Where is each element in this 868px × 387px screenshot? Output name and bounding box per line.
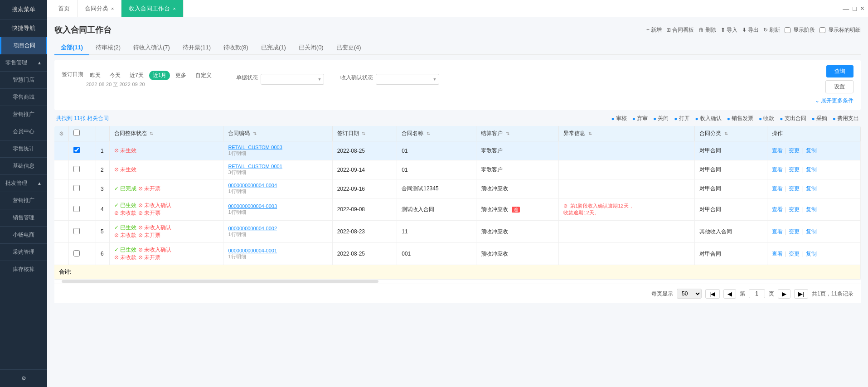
close-tab-income-workbench[interactable]: ×: [173, 6, 175, 11]
settings-button[interactable]: ⚙: [0, 369, 47, 387]
row-col-check[interactable]: [69, 141, 96, 160]
action-collect[interactable]: ● 收款: [759, 115, 774, 122]
next-page-btn[interactable]: ▶: [778, 289, 790, 299]
sidebar-item-sales[interactable]: 销售管理: [0, 209, 47, 227]
view-btn[interactable]: 查看: [772, 147, 783, 154]
col-date-header[interactable]: 签订日期 ⇅: [332, 126, 397, 141]
date-opt-more[interactable]: 更多: [172, 71, 190, 80]
view-btn[interactable]: 查看: [772, 228, 783, 235]
doc-status-select[interactable]: [261, 74, 324, 85]
row-checkbox[interactable]: [73, 166, 80, 172]
date-opt-today[interactable]: 今天: [106, 71, 124, 80]
copy-btn[interactable]: 复制: [806, 147, 817, 154]
date-opt-custom[interactable]: 自定义: [192, 71, 215, 80]
sidebar-quick-nav[interactable]: 快捷导航: [0, 19, 47, 37]
edit-btn[interactable]: 变更: [789, 251, 800, 257]
sidebar-item-marketing[interactable]: 营销推广: [0, 106, 47, 123]
copy-btn[interactable]: 复制: [806, 251, 817, 257]
sidebar-item-xiaowei[interactable]: 小畅电商: [0, 227, 47, 244]
contract-code-link[interactable]: 0000000000004-0001: [228, 248, 327, 253]
prev-page-btn[interactable]: ◀: [723, 289, 736, 299]
page-size-select[interactable]: 50 20 100: [677, 289, 702, 299]
view-btn[interactable]: 查看: [772, 166, 783, 173]
edit-btn[interactable]: 变更: [789, 185, 800, 192]
close-tab-contract-category[interactable]: ×: [111, 6, 114, 11]
col-abnormal-header[interactable]: 异常信息 ⇅: [559, 126, 695, 141]
date-opt-yesterday[interactable]: 昨天: [86, 71, 104, 80]
filter-tab-pending-confirm[interactable]: 待收入确认(7): [127, 41, 176, 55]
view-btn[interactable]: 查看: [772, 251, 783, 257]
row-checkbox[interactable]: [73, 206, 80, 212]
sidebar-item-wholesale[interactable]: 批发管理 ▲: [0, 175, 47, 192]
new-button[interactable]: + 新增: [646, 26, 662, 34]
sidebar-item-shop[interactable]: 零售商城: [0, 89, 47, 106]
view-btn[interactable]: 查看: [772, 206, 783, 213]
sidebar-item-member[interactable]: 会员中心: [0, 123, 47, 140]
action-abandon[interactable]: ● 弃审: [632, 115, 648, 122]
show-detail-checkbox[interactable]: [820, 27, 825, 33]
col-category-header[interactable]: 合同分类 ⇅: [695, 126, 767, 141]
horizontal-scroll[interactable]: [54, 280, 861, 284]
select-all-checkbox[interactable]: [73, 130, 80, 136]
income-confirm-select[interactable]: [376, 74, 439, 85]
action-purchase[interactable]: ● 采购: [812, 115, 827, 122]
sidebar-item-project[interactable]: 项目合同: [0, 37, 47, 54]
filter-tab-changed[interactable]: 已变更(4): [330, 41, 368, 55]
row-col-check[interactable]: [69, 198, 96, 221]
query-button[interactable]: 查询: [826, 65, 853, 77]
edit-btn[interactable]: 变更: [789, 147, 800, 154]
setting-button[interactable]: 设置: [825, 80, 853, 93]
first-page-btn[interactable]: |◀: [705, 289, 719, 299]
maximize-icon[interactable]: □: [853, 5, 856, 12]
tab-home[interactable]: 首页: [51, 0, 78, 17]
row-checkbox[interactable]: [73, 250, 80, 256]
sidebar-item-retail[interactable]: 零售管理 ▲: [0, 54, 47, 72]
sidebar-item-stock[interactable]: 库存核算: [0, 261, 47, 278]
delete-button[interactable]: 🗑 删除: [698, 26, 716, 34]
row-checkbox[interactable]: [73, 228, 80, 234]
sidebar-item-smart[interactable]: 智慧门店: [0, 72, 47, 89]
row-col-check[interactable]: [69, 221, 96, 243]
view-btn[interactable]: 查看: [772, 185, 783, 192]
action-sales-invoice[interactable]: ● 销售发票: [727, 115, 753, 122]
sidebar-search[interactable]: 搜索菜单: [0, 0, 47, 19]
copy-btn[interactable]: 复制: [806, 228, 817, 235]
action-income-confirm[interactable]: ● 收入确认: [695, 115, 722, 122]
contract-code-link[interactable]: RETAIL_CUSTOM-0001: [228, 164, 327, 169]
action-fee-out[interactable]: ● 费用支出: [833, 115, 859, 122]
filter-tab-completed[interactable]: 已完成(1): [255, 41, 292, 55]
row-checkbox[interactable]: [73, 147, 80, 153]
col-checkbox-header[interactable]: [69, 126, 96, 141]
scrollbar-thumb[interactable]: [62, 280, 378, 283]
action-close[interactable]: ● 关闭: [653, 115, 669, 122]
edit-btn[interactable]: 变更: [789, 228, 800, 235]
filter-tab-pending-invoice[interactable]: 待开票(11): [176, 41, 217, 55]
sidebar-item-stat[interactable]: 零售统计: [0, 140, 47, 158]
col-customer-header[interactable]: 结算客户 ⇅: [476, 126, 559, 141]
action-expense-out[interactable]: ● 支出合同: [780, 115, 806, 122]
filter-tab-pending-collect[interactable]: 待收款(8): [217, 41, 255, 55]
date-opt-last7[interactable]: 近7天: [126, 71, 147, 80]
sidebar-item-base[interactable]: 基础信息: [0, 158, 47, 175]
col-settings[interactable]: ⚙: [54, 126, 69, 141]
col-code-header[interactable]: 合同编码 ⇅: [223, 126, 332, 141]
filter-tab-closed[interactable]: 已关闭(0): [292, 41, 330, 55]
refresh-button[interactable]: ↻ 刷新: [763, 26, 780, 34]
action-open[interactable]: ● 打开: [674, 115, 689, 122]
copy-btn[interactable]: 复制: [806, 185, 817, 192]
contract-code-link[interactable]: 0000000000004-0004: [228, 183, 327, 188]
row-col-check[interactable]: [69, 179, 96, 198]
edit-btn[interactable]: 变更: [789, 166, 800, 173]
import-button[interactable]: ⬆ 导入: [721, 26, 737, 34]
sidebar-item-mkt2[interactable]: 营销推广: [0, 192, 47, 209]
show-detail-checkbox-label[interactable]: 显示标的明细: [820, 26, 861, 34]
tab-contract-category[interactable]: 合同分类 ×: [78, 0, 121, 17]
row-checkbox[interactable]: [73, 185, 80, 191]
date-opt-last1month[interactable]: 近1月: [149, 71, 170, 80]
row-col-check[interactable]: [69, 160, 96, 179]
col-name-header[interactable]: 合同名称 ⇅: [397, 126, 476, 141]
show-stage-checkbox-label[interactable]: 显示阶段: [785, 26, 815, 34]
page-number-input[interactable]: [749, 289, 765, 298]
contract-code-link[interactable]: 0000000000004-0003: [228, 203, 327, 209]
row-col-check[interactable]: [69, 243, 96, 265]
